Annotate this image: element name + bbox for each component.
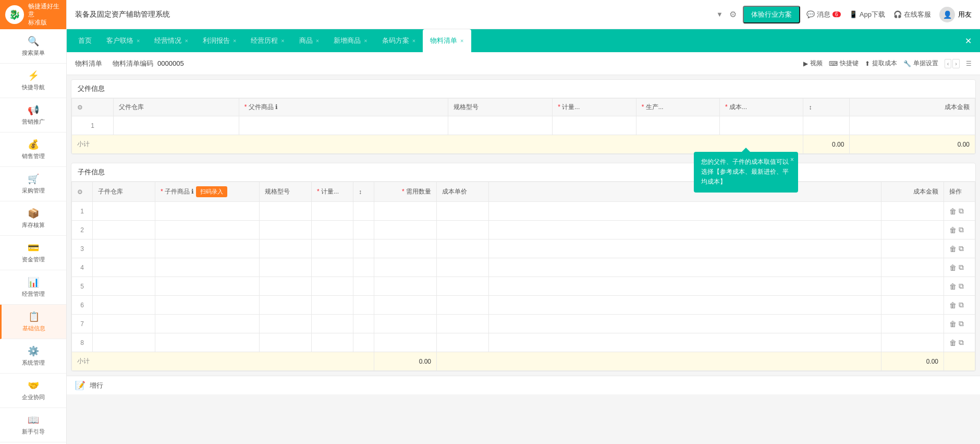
close-icon[interactable]: × [137, 38, 140, 44]
child-qty-cell[interactable] [374, 221, 437, 239]
tab-label: 新增商品 [334, 36, 361, 45]
shortcut-button[interactable]: ⌨ 快捷键 [829, 59, 859, 68]
parent-unit-cell[interactable] [553, 116, 636, 135]
clipboard-icon: 📋 [28, 311, 40, 322]
child-warehouse-cell[interactable] [93, 202, 155, 221]
tab-bom[interactable]: 物料清单 × [423, 29, 471, 52]
tab-history[interactable]: 经营历程 × [243, 29, 291, 52]
child-th-warehouse: 子件仓库 [93, 182, 155, 202]
next-arrow[interactable]: › [952, 59, 960, 68]
extract-cost-button[interactable]: ⬆ 提取成本 [865, 59, 897, 68]
child-row-3: 3 🗑⧉ [72, 239, 975, 258]
extract-icon: ⬆ [865, 60, 870, 67]
sidebar-item-label: 资金管理 [22, 256, 45, 263]
child-unit-cell[interactable] [312, 202, 353, 221]
parent-spec-cell[interactable] [448, 116, 552, 135]
topbar-dropdown-arrow[interactable]: ▼ [716, 10, 723, 18]
child-goods-cell[interactable] [155, 221, 260, 239]
row-num: 1 [72, 202, 93, 221]
child-row-5: 5 🗑⧉ [72, 277, 975, 296]
online-service-button[interactable]: 🎧 在线客服 [893, 10, 931, 19]
child-table: ⚙ 子件仓库 * 子件商品 ℹ 扫码录入 规格型号 * 计量... ↕ * 需用… [71, 182, 975, 371]
close-icon[interactable]: × [185, 38, 188, 44]
child-unit-cell[interactable] [312, 221, 353, 239]
row-actions: 🗑 ⧉ [949, 207, 970, 215]
parent-cost-cell[interactable] [720, 116, 803, 135]
child-qty-cell[interactable] [374, 202, 437, 221]
sidebar-item-system[interactable]: ⚙️ 系统管理 [0, 339, 66, 374]
parent-th-warehouse: 父件仓库 [114, 99, 239, 116]
trial-button[interactable]: 体验行业方案 [743, 6, 800, 23]
grid-view-icon[interactable]: ☰ [966, 60, 972, 67]
close-icon[interactable]: × [316, 38, 319, 44]
single-setting-button[interactable]: 🔧 单据设置 [903, 59, 938, 68]
prev-arrow[interactable]: ‹ [945, 59, 952, 68]
sidebar-item-inventory[interactable]: 📦 库存核算 [0, 201, 66, 236]
delete-icon[interactable]: 🗑 [949, 301, 957, 309]
delete-icon[interactable]: 🗑 [949, 245, 957, 253]
child-goods-cell[interactable] [155, 202, 260, 221]
close-icon[interactable]: × [281, 38, 284, 44]
close-icon[interactable]: × [460, 38, 463, 44]
settings-gear-icon[interactable]: ⚙ [77, 104, 83, 111]
tab-operations[interactable]: 经营情况 × [147, 29, 195, 52]
message-button[interactable]: 💬 消息 6 [806, 10, 841, 19]
delete-icon[interactable]: 🗑 [949, 207, 957, 215]
sidebar-item-search[interactable]: 🔍 搜索菜单 [0, 29, 66, 64]
tab-customer[interactable]: 客户联络 × [99, 29, 147, 52]
tab-home[interactable]: 首页 [71, 29, 99, 52]
delete-icon[interactable]: 🗑 [949, 282, 957, 291]
sidebar-item-purchase[interactable]: 🛒 采购管理 [0, 167, 66, 201]
sidebar-item-guide[interactable]: 📖 新手引导 [0, 408, 66, 442]
child-unitcost-cell[interactable] [437, 221, 489, 239]
copy-icon[interactable]: ⧉ [959, 207, 964, 215]
close-tab-button[interactable]: ✕ [961, 36, 976, 46]
child-spec-cell[interactable] [260, 221, 312, 239]
child-warehouse-cell[interactable] [93, 221, 155, 239]
sidebar-item-quicknav[interactable]: ⚡ 快捷导航 [0, 64, 66, 98]
copy-icon[interactable]: ⧉ [959, 225, 964, 234]
sidebar-item-basic-info[interactable]: 📋 基础信息 [0, 305, 66, 339]
add-row-label[interactable]: 增行 [90, 381, 103, 390]
settings-icon[interactable]: ⚙ [729, 9, 737, 19]
tab-barcode[interactable]: 条码方案 × [375, 29, 423, 52]
tab-goods[interactable]: 商品 × [292, 29, 326, 52]
copy-icon[interactable]: ⧉ [959, 244, 964, 253]
scan-input-button[interactable]: 扫码录入 [196, 186, 227, 197]
tooltip-close-button[interactable]: × [790, 155, 794, 165]
delete-icon[interactable]: 🗑 [949, 226, 957, 234]
sidebar-item-finance[interactable]: 💳 资金管理 [0, 236, 66, 270]
gear-icon: ⚙️ [28, 345, 39, 357]
copy-icon[interactable]: ⧉ [959, 301, 964, 309]
copy-icon[interactable]: ⧉ [959, 319, 964, 328]
parent-row-num: 1 [72, 116, 114, 135]
close-icon[interactable]: × [412, 38, 415, 44]
child-settings-gear-icon[interactable]: ⚙ [77, 188, 83, 196]
app-download-button[interactable]: 📱 App下载 [849, 10, 885, 19]
sidebar-item-management[interactable]: 📊 经营管理 [0, 270, 66, 305]
copy-icon[interactable]: ⧉ [959, 263, 964, 272]
sidebar-item-sales[interactable]: 💰 销售管理 [0, 133, 66, 167]
delete-icon[interactable]: 🗑 [949, 320, 957, 328]
parent-goods-cell[interactable] [239, 116, 448, 135]
child-spec-cell[interactable] [260, 202, 312, 221]
child-th-spec: 规格型号 [260, 182, 312, 202]
child-section-title: 子件信息 [71, 163, 975, 182]
delete-icon[interactable]: 🗑 [949, 339, 957, 347]
copy-icon[interactable]: ⧉ [959, 282, 964, 291]
parent-th-production: * 生产... [636, 99, 719, 116]
copy-icon[interactable]: ⧉ [959, 338, 964, 347]
logo-text: 畅捷通好生意 标准版 [28, 3, 61, 27]
sidebar-item-marketing[interactable]: 📢 营销推广 [0, 98, 66, 133]
tab-profit[interactable]: 利润报告 × [195, 29, 243, 52]
close-icon[interactable]: × [233, 38, 236, 44]
tab-new-goods[interactable]: 新增商品 × [326, 29, 374, 52]
close-icon[interactable]: × [364, 38, 367, 44]
delete-icon[interactable]: 🗑 [949, 263, 957, 272]
sidebar-item-collab[interactable]: 🤝 企业协同 [0, 374, 66, 408]
view-button[interactable]: ▶ 视频 [803, 59, 823, 68]
page-tab1[interactable]: 物料清单 [75, 54, 102, 74]
parent-production-cell[interactable] [636, 116, 719, 135]
child-unitcost-cell[interactable] [437, 202, 489, 221]
parent-warehouse-cell[interactable] [114, 116, 239, 135]
